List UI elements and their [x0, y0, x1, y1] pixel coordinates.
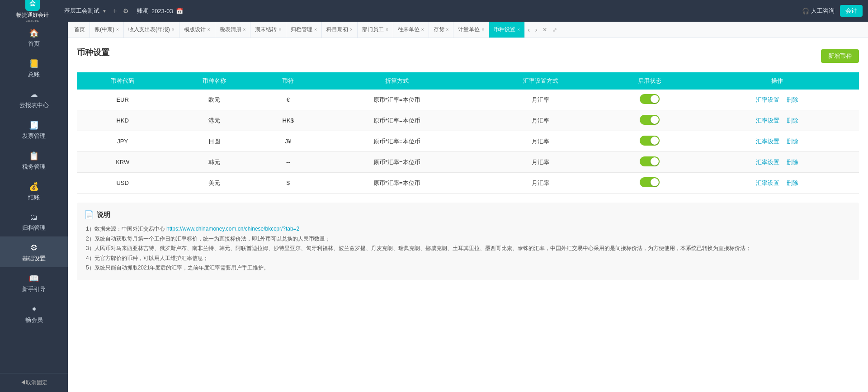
rate-setting-link[interactable]: 汇率设置	[756, 159, 779, 165]
toggle-switch[interactable]	[640, 94, 660, 104]
toggle-switch[interactable]	[640, 115, 660, 125]
tab-subject[interactable]: 科目期初 ×	[322, 22, 358, 38]
cell-code: JPY	[77, 131, 168, 152]
headset-icon: 🎧	[802, 8, 809, 14]
cell-action: 汇率设置 删除	[695, 110, 859, 131]
tab-close-template[interactable]: ×	[208, 27, 210, 32]
sidebar-label-basic: 基础设置	[22, 255, 46, 263]
tab-accounting[interactable]: 账(中期) ×	[90, 22, 124, 38]
tab-close-subject[interactable]: ×	[350, 27, 353, 32]
cell-rate-type: 月汇率	[477, 152, 604, 173]
note-section: 📄 说明 1）数据来源：中国外汇交易中心 https://www.chinamo…	[77, 203, 859, 280]
tab-close-partner[interactable]: ×	[421, 27, 424, 32]
tab-partner[interactable]: 往来单位 ×	[393, 22, 429, 38]
cell-name: 港元	[168, 110, 259, 131]
pin-toggle[interactable]: ◀取消固定	[0, 373, 68, 392]
toggle-switch[interactable]	[640, 136, 660, 146]
toggle-track	[640, 115, 660, 125]
tab-archive[interactable]: 归档管理 ×	[286, 22, 322, 38]
add-tab-button[interactable]: ＋	[111, 6, 118, 16]
col-symbol: 币符	[260, 72, 316, 90]
tab-close-currency[interactable]: ×	[517, 27, 520, 32]
cell-code: KRW	[77, 152, 168, 173]
tab-inventory[interactable]: 存货 ×	[429, 22, 454, 38]
logo-text: 畅捷通好会计	[16, 11, 49, 19]
settings-icon[interactable]: ⚙	[123, 7, 129, 14]
delete-link[interactable]: 删除	[787, 96, 798, 103]
calendar-icon[interactable]: 📅	[176, 8, 183, 14]
col-status: 启用状态	[604, 72, 695, 90]
sidebar-label-member: 畅会员	[25, 316, 43, 324]
sidebar-item-basic[interactable]: ⚙ 基础设置	[0, 236, 68, 267]
cell-status	[604, 131, 695, 152]
tab-close-all-button[interactable]: ×	[540, 26, 549, 34]
delete-link[interactable]: 删除	[787, 117, 798, 124]
tab-tax-clear[interactable]: 税表清册 ×	[215, 22, 251, 38]
toggle-thumb	[651, 95, 659, 103]
sidebar-item-archive[interactable]: 🗂 归档管理	[0, 206, 68, 236]
cell-code: USD	[77, 173, 168, 194]
sidebar-item-home[interactable]: 🏠 首页	[0, 22, 68, 52]
tab-home[interactable]: 首页	[70, 22, 90, 38]
tab-template[interactable]: 模版设计 ×	[179, 22, 215, 38]
note-item: 2）系统自动获取每月第一个工作日的汇率标价，统一为直接标价法，即1外币可以兑换的…	[84, 234, 852, 244]
tab-close-period-end[interactable]: ×	[278, 27, 281, 32]
delete-link[interactable]: 删除	[787, 138, 798, 145]
tab-close-unit[interactable]: ×	[481, 27, 484, 32]
service-button[interactable]: 🎧 人工咨询	[802, 7, 835, 15]
cell-calc: 原币*汇率=本位币	[316, 110, 477, 131]
tab-close-accounting[interactable]: ×	[116, 27, 119, 32]
sidebar-item-checkout[interactable]: 💰 结账	[0, 175, 68, 206]
cell-name: 欧元	[168, 90, 259, 110]
tab-close-department[interactable]: ×	[386, 27, 388, 32]
delete-link[interactable]: 删除	[787, 159, 798, 165]
sidebar-item-invoice[interactable]: 🧾 发票管理	[0, 114, 68, 145]
tab-currency[interactable]: 币种设置 ×	[489, 22, 525, 38]
toggle-thumb	[651, 157, 659, 165]
rate-setting-link[interactable]: 汇率设置	[756, 117, 779, 124]
sidebar-item-cloud-report[interactable]: ☁ 云报表中心	[0, 83, 68, 114]
toggle-thumb	[651, 178, 659, 186]
tab-income[interactable]: 收入支出表(年报) ×	[124, 22, 179, 38]
table-row: USD 美元 $ 原币*汇率=本位币 月汇率 汇率设置 删除	[77, 173, 859, 194]
col-name: 币种名称	[168, 72, 259, 90]
ledger-icon: 📒	[29, 59, 39, 69]
checkout-icon: 💰	[29, 182, 39, 192]
toggle-switch[interactable]	[640, 156, 660, 166]
tab-period-end[interactable]: 期末结转 ×	[250, 22, 286, 38]
tab-close-tax-clear[interactable]: ×	[243, 27, 246, 32]
new-currency-button[interactable]: 新增币种	[821, 49, 859, 63]
tab-close-income[interactable]: ×	[172, 27, 175, 32]
rate-setting-link[interactable]: 汇率设置	[756, 138, 779, 145]
rate-setting-link[interactable]: 汇率设置	[756, 179, 779, 186]
invoice-icon: 🧾	[29, 120, 39, 130]
cell-action: 汇率设置 删除	[695, 152, 859, 173]
note-link[interactable]: https://www.chinamoney.com.cn/chinese/bk…	[166, 226, 299, 232]
sidebar-item-member[interactable]: ✦ 畅会员	[0, 298, 68, 329]
sidebar-label-cloud-report: 云报表中心	[19, 101, 49, 109]
dropdown-icon[interactable]: ▼	[102, 9, 107, 14]
sidebar-label-checkout: 结账	[28, 194, 40, 202]
sidebar-item-guide[interactable]: 📖 新手引导	[0, 267, 68, 298]
note-item: 1）数据来源：中国外汇交易中心 https://www.chinamoney.c…	[84, 224, 852, 234]
tab-expand-button[interactable]: ⤢	[550, 27, 560, 33]
tab-close-inventory[interactable]: ×	[446, 27, 449, 32]
cell-calc: 原币*汇率=本位币	[316, 90, 477, 110]
sidebar-item-ledger[interactable]: 📒 总账	[0, 52, 68, 83]
role-button[interactable]: 会计	[840, 5, 863, 17]
sidebar-item-tax[interactable]: 📋 税务管理	[0, 145, 68, 175]
cell-calc: 原币*汇率=本位币	[316, 173, 477, 194]
tab-department[interactable]: 部门员工 ×	[358, 22, 393, 38]
tab-prev-button[interactable]: ‹	[525, 26, 533, 33]
delete-link[interactable]: 删除	[787, 179, 798, 186]
sidebar-label-guide: 新手引导	[22, 285, 46, 293]
rate-setting-link[interactable]: 汇率设置	[756, 96, 779, 103]
tab-unit[interactable]: 计量单位 ×	[453, 22, 489, 38]
sidebar-label-invoice: 发票管理	[22, 132, 46, 140]
cell-symbol: €	[260, 90, 316, 110]
currency-table: 币种代码 币种名称 币符 折算方式 汇率设置方式 启用状态 操作 EUR 欧元 …	[77, 72, 859, 194]
tab-close-archive[interactable]: ×	[314, 27, 317, 32]
archive-icon: 🗂	[30, 213, 38, 222]
toggle-switch[interactable]	[640, 177, 660, 187]
tab-next-button[interactable]: ›	[533, 26, 540, 33]
